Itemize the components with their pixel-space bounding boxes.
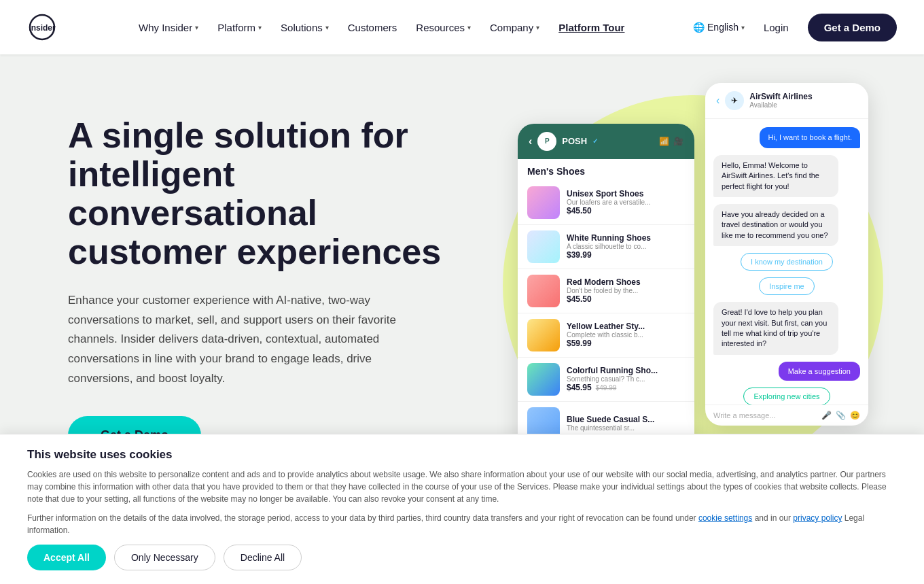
- product-name: Blue Suede Casual S...: [567, 415, 685, 424]
- airline-name: AirSwift Airlines: [749, 92, 812, 101]
- nav-platform-tour[interactable]: Platform Tour: [550, 16, 633, 39]
- product-name: Unisex Sport Shoes: [567, 189, 685, 199]
- airline-status: Available: [749, 101, 812, 109]
- nav-resources[interactable]: Resources ▾: [408, 16, 479, 39]
- product-price: $59.99: [567, 339, 685, 348]
- product-item[interactable]: Yellow Leather Sty... Complete with clas…: [518, 313, 694, 358]
- nav-right: 🌐 English ▾ Login Get a Demo: [693, 14, 897, 41]
- posh-logo: P: [537, 132, 556, 151]
- product-info: Unisex Sport Shoes Our loafers are a ver…: [567, 189, 685, 216]
- nav-platform[interactable]: Platform ▾: [209, 16, 270, 39]
- privacy-policy-link[interactable]: privacy policy: [793, 513, 842, 517]
- product-price: $45.95: [567, 383, 592, 392]
- chevron-down-icon: ▾: [195, 24, 198, 31]
- product-name: Yellow Leather Sty...: [567, 322, 685, 331]
- cookie-title: This website uses cookies: [27, 448, 897, 462]
- product-desc: The quintessential sr...: [567, 424, 685, 432]
- product-desc: Something casual? Th c...: [567, 375, 685, 383]
- phone-mockups: ‹ P POSH ✓ 📶 🎥 Men's Shoes Unisex Sport …: [518, 97, 868, 475]
- hero-title: A single solution for intelligent conver…: [68, 116, 462, 272]
- airline-logo: ✈: [725, 91, 744, 110]
- product-price: $45.50: [567, 206, 685, 216]
- airline-info: AirSwift Airlines Available: [749, 92, 812, 109]
- chat-message-incoming: Hello, Emma! Welcome to AirSwift Airline…: [713, 155, 838, 197]
- nav-company[interactable]: Company ▾: [482, 16, 548, 39]
- cookie-settings-link[interactable]: cookie settings: [698, 513, 752, 517]
- hero-description: Enhance your customer experience with AI…: [68, 291, 408, 389]
- nav-why-insider[interactable]: Why Insider ▾: [130, 16, 207, 39]
- product-name: Colorful Running Sho...: [567, 366, 685, 375]
- verified-icon: ✓: [592, 137, 598, 145]
- login-button[interactable]: Login: [756, 16, 797, 39]
- back-icon[interactable]: ‹: [529, 135, 532, 148]
- product-desc: Don't be fooled by the...: [567, 287, 685, 294]
- chat-input-bar: Write a message... 🎤 📎 😊: [705, 405, 868, 426]
- product-info: Colorful Running Sho... Something casual…: [567, 366, 685, 392]
- chat-message-outgoing: Hi, I want to book a flight.: [760, 127, 860, 148]
- chat-suggestion: Make a suggestion: [779, 362, 860, 381]
- product-desc: Complete with classic b...: [567, 331, 685, 339]
- product-thumbnail: [527, 186, 560, 219]
- product-thumbnail: [527, 319, 560, 351]
- navbar: Insider Why Insider ▾ Platform ▾ Solutio…: [0, 0, 924, 54]
- product-thumbnail: [527, 275, 560, 307]
- product-desc: Our loafers are a versatile...: [567, 199, 685, 206]
- product-item[interactable]: Unisex Sport Shoes Our loafers are a ver…: [518, 181, 694, 225]
- cookie-text: Cookies are used on this website to pers…: [27, 468, 897, 505]
- chat-input-placeholder: Write a message...: [713, 411, 816, 419]
- product-item[interactable]: White Running Shoes A classic silhouette…: [518, 225, 694, 269]
- hero-content: A single solution for intelligent conver…: [68, 116, 462, 455]
- product-thumbnail: [527, 363, 560, 396]
- product-name: Red Modern Shoes: [567, 277, 685, 287]
- nav-solutions[interactable]: Solutions ▾: [272, 16, 337, 39]
- chevron-down-icon: ▾: [467, 24, 471, 31]
- airline-header: ‹ ✈ AirSwift Airlines Available: [705, 83, 868, 119]
- nav-demo-button[interactable]: Get a Demo: [808, 14, 897, 41]
- product-name: White Running Shoes: [567, 233, 685, 243]
- svg-text:Insider: Insider: [29, 23, 56, 33]
- chevron-down-icon: ▾: [741, 24, 745, 31]
- cookie-further-text: Further information on the details of th…: [27, 512, 897, 517]
- posh-section-title: Men's Shoes: [518, 159, 694, 181]
- emoji-icon[interactable]: 😊: [850, 411, 860, 420]
- nav-links: Why Insider ▾ Platform ▾ Solutions ▾ Cus…: [130, 16, 693, 39]
- chat-messages: Hi, I want to book a flight. Hello, Emma…: [705, 119, 868, 405]
- product-desc: A classic silhouette to co...: [567, 243, 685, 250]
- product-info: Yellow Leather Sty... Complete with clas…: [567, 322, 685, 348]
- chevron-down-icon: ▾: [325, 24, 329, 31]
- globe-icon: 🌐: [693, 22, 705, 33]
- chevron-down-icon: ▾: [258, 24, 262, 31]
- product-price: $45.50: [567, 294, 685, 304]
- chat-option-cities[interactable]: Exploring new cities: [743, 388, 830, 405]
- hero-visual: ‹ P POSH ✓ 📶 🎥 Men's Shoes Unisex Sport …: [462, 82, 924, 489]
- back-icon[interactable]: ‹: [716, 95, 719, 107]
- chat-option-destination[interactable]: I know my destination: [741, 253, 833, 271]
- nav-customers[interactable]: Customers: [340, 16, 406, 39]
- product-thumbnail: [527, 230, 560, 263]
- logo[interactable]: Insider: [27, 14, 109, 41]
- product-item[interactable]: Colorful Running Sho... Something casual…: [518, 358, 694, 402]
- product-price-old: $49.99: [596, 384, 617, 392]
- chat-message-incoming: Great! I'd love to help you plan your ne…: [713, 302, 838, 355]
- posh-header: ‹ P POSH ✓ 📶 🎥: [518, 124, 694, 159]
- product-price: $39.99: [567, 250, 685, 260]
- chevron-down-icon: ▾: [536, 24, 539, 31]
- video-icon: 🎥: [673, 137, 683, 146]
- product-item[interactable]: Red Modern Shoes Don't be fooled by the.…: [518, 269, 694, 313]
- product-info: Blue Suede Casual S... The quintessentia…: [567, 415, 685, 432]
- product-info: White Running Shoes A classic silhouette…: [567, 233, 685, 260]
- phone-posh: ‹ P POSH ✓ 📶 🎥 Men's Shoes Unisex Sport …: [518, 124, 694, 475]
- cookie-banner: This website uses cookies Cookies are us…: [0, 434, 924, 517]
- phone-airline: ‹ ✈ AirSwift Airlines Available Hi, I wa…: [705, 83, 868, 426]
- language-selector[interactable]: 🌐 English ▾: [693, 22, 745, 33]
- mic-icon[interactable]: 🎤: [821, 411, 832, 420]
- attachment-icon[interactable]: 📎: [836, 411, 846, 420]
- chat-message-incoming: Have you already decided on a travel des…: [713, 204, 838, 246]
- chat-option-inspire[interactable]: Inspire me: [759, 277, 814, 295]
- chat-input-icons: 🎤 📎 😊: [821, 411, 860, 420]
- posh-brand-name: POSH: [562, 136, 587, 146]
- product-info: Red Modern Shoes Don't be fooled by the.…: [567, 277, 685, 304]
- signal-icon: 📶: [659, 137, 669, 146]
